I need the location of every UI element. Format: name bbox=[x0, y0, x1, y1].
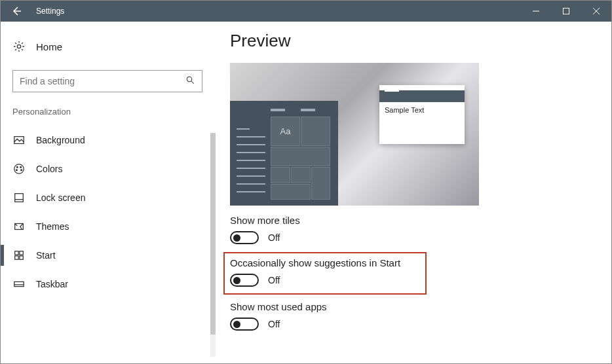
svg-rect-0 bbox=[564, 9, 569, 14]
home-label: Home bbox=[36, 41, 62, 52]
gear-icon bbox=[12, 41, 26, 52]
preview-thumbnail: Aa Sample Text bbox=[230, 63, 479, 206]
main-panel: Preview Aa Sample Text Show more tiles bbox=[217, 22, 611, 363]
taskbar-icon bbox=[12, 278, 26, 290]
titlebar: Settings bbox=[1, 1, 611, 22]
svg-point-2 bbox=[187, 77, 192, 82]
preview-sample-text: Sample Text bbox=[379, 102, 465, 118]
sidebar-item-taskbar[interactable]: Taskbar bbox=[12, 270, 217, 299]
svg-point-4 bbox=[14, 164, 24, 173]
sidebar: Home Personalization Background Colors L… bbox=[1, 22, 217, 363]
setting-show-more-tiles: Show more tiles Off bbox=[230, 215, 592, 244]
sidebar-item-colors[interactable]: Colors bbox=[12, 155, 217, 183]
svg-rect-9 bbox=[15, 194, 24, 202]
toggle-state: Off bbox=[268, 319, 280, 329]
preview-tiles: Aa bbox=[271, 109, 338, 206]
themes-icon bbox=[12, 221, 26, 232]
home-button[interactable]: Home bbox=[12, 33, 217, 60]
svg-point-6 bbox=[20, 166, 22, 168]
close-button[interactable] bbox=[581, 1, 611, 22]
sidebar-item-label: Start bbox=[36, 250, 56, 261]
toggle-suggestions[interactable] bbox=[230, 274, 259, 287]
sidebar-item-lockscreen[interactable]: Lock screen bbox=[12, 183, 217, 212]
svg-rect-11 bbox=[15, 251, 18, 255]
svg-rect-13 bbox=[15, 256, 18, 259]
start-icon bbox=[12, 249, 26, 261]
toggle-state: Off bbox=[268, 232, 280, 243]
svg-point-5 bbox=[16, 166, 18, 168]
sidebar-item-start[interactable]: Start bbox=[12, 241, 217, 270]
sidebar-item-label: Themes bbox=[36, 221, 69, 232]
search-input[interactable] bbox=[12, 70, 202, 92]
sidebar-item-themes[interactable]: Themes bbox=[12, 212, 217, 241]
preview-menu-lines bbox=[237, 128, 265, 199]
toggle-show-more-tiles[interactable] bbox=[230, 231, 259, 244]
svg-point-8 bbox=[16, 170, 18, 171]
toggle-most-used[interactable] bbox=[230, 318, 259, 331]
svg-point-7 bbox=[21, 170, 22, 171]
sidebar-item-background[interactable]: Background bbox=[12, 126, 217, 155]
sidebar-item-label: Lock screen bbox=[36, 192, 85, 203]
setting-label: Show more tiles bbox=[230, 215, 592, 226]
category-header: Personalization bbox=[12, 107, 217, 117]
highlighted-setting: Occasionally show suggestions in Start O… bbox=[223, 252, 427, 295]
back-button[interactable] bbox=[1, 1, 32, 22]
window-title: Settings bbox=[32, 7, 521, 16]
sidebar-item-label: Taskbar bbox=[36, 279, 68, 289]
scrollbar-thumb[interactable] bbox=[210, 133, 216, 335]
setting-suggestions: Occasionally show suggestions in Start O… bbox=[230, 257, 419, 287]
lockscreen-icon bbox=[12, 192, 26, 204]
setting-most-used: Show most used apps Off bbox=[230, 301, 592, 331]
toggle-state: Off bbox=[268, 275, 280, 285]
svg-point-1 bbox=[17, 45, 20, 48]
minimize-button[interactable] bbox=[521, 1, 551, 22]
preview-start-menu: Aa bbox=[230, 101, 338, 206]
preview-tile-aa: Aa bbox=[271, 117, 300, 146]
maximize-button[interactable] bbox=[551, 1, 581, 22]
setting-label: Occasionally show suggestions in Start bbox=[230, 257, 419, 268]
sidebar-item-label: Background bbox=[36, 135, 85, 145]
svg-rect-15 bbox=[14, 282, 24, 286]
setting-label: Show most used apps bbox=[230, 301, 592, 312]
svg-rect-12 bbox=[20, 251, 23, 255]
search-field[interactable] bbox=[20, 76, 185, 86]
sidebar-item-label: Colors bbox=[36, 164, 62, 174]
sidebar-scrollbar[interactable] bbox=[210, 133, 216, 357]
picture-icon bbox=[12, 134, 26, 146]
preview-sample-window: Sample Text bbox=[379, 85, 465, 144]
svg-rect-14 bbox=[20, 256, 23, 259]
palette-icon bbox=[12, 163, 26, 175]
page-title: Preview bbox=[230, 31, 592, 51]
search-icon bbox=[185, 75, 195, 87]
